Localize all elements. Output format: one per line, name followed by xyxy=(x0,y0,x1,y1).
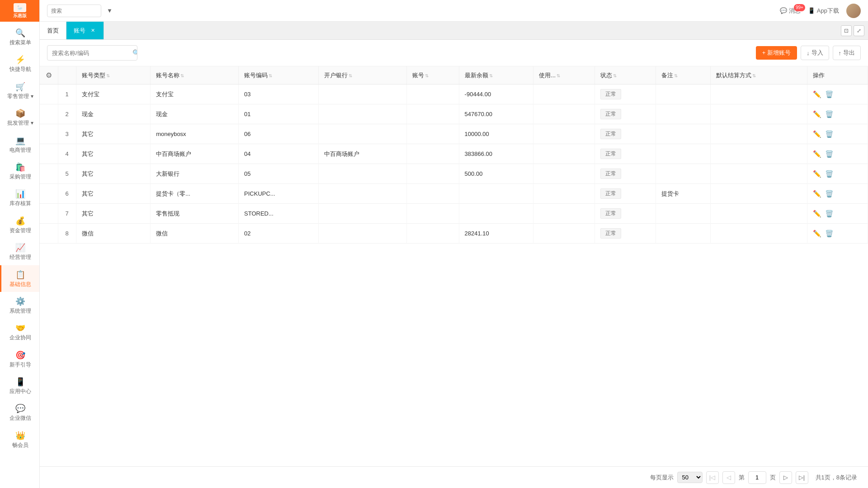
col-account-type-header[interactable]: 账号类型⇅ xyxy=(76,66,151,84)
delete-button-6[interactable]: 🗑️ xyxy=(825,210,834,218)
row-setting-3 xyxy=(40,144,58,164)
col-default-settle-header[interactable]: 默认结算方式⇅ xyxy=(710,66,807,84)
sidebar-item-search-menu[interactable]: 🔍 搜索菜单 xyxy=(0,23,39,50)
col-bank-header[interactable]: 开户银行⇅ xyxy=(319,66,407,84)
row-remark-5: 提货卡 xyxy=(656,184,710,204)
action-icons-0: ✏️ 🗑️ xyxy=(813,90,862,99)
delete-button-7[interactable]: 🗑️ xyxy=(825,230,834,238)
status-badge: 正常 xyxy=(600,169,621,179)
row-account-type-3: 其它 xyxy=(76,144,151,164)
col-account-header[interactable]: 账号⇅ xyxy=(407,66,459,84)
row-default-settle-4 xyxy=(710,164,807,184)
row-remark-6 xyxy=(656,204,710,224)
search-input[interactable] xyxy=(47,47,132,59)
col-usage-header[interactable]: 使用...⇅ xyxy=(533,66,595,84)
row-num-3: 4 xyxy=(58,144,76,164)
export-button[interactable]: ↑ 导出 xyxy=(833,46,861,60)
tab-account[interactable]: 账号 ✕ xyxy=(66,22,104,39)
column-settings-icon[interactable]: ⚙ xyxy=(46,71,52,80)
top-header: ▼ 💬 消息 99+ 📱 App下载 xyxy=(40,0,868,22)
prev-page-button[interactable]: ◁ xyxy=(722,471,735,484)
logo-icon: 🦢 xyxy=(14,3,26,12)
sidebar-item-quick-nav[interactable]: ⚡ 快捷导航 xyxy=(0,50,39,77)
sidebar-item-inventory-mgmt[interactable]: 📊 库存核算 xyxy=(0,184,39,211)
tab-home-label: 首页 xyxy=(47,27,59,35)
sidebar-logo: 🦢 乐惠版 xyxy=(0,0,39,22)
header-search-input[interactable] xyxy=(47,5,101,17)
message-icon: 💬 xyxy=(780,7,787,14)
sidebar-item-retail-mgmt[interactable]: 🛒 零售管理 ▾ xyxy=(0,77,39,104)
page-input[interactable] xyxy=(748,471,766,484)
import-icon: ↓ xyxy=(807,50,810,56)
col-remark-header[interactable]: 备注⇅ xyxy=(656,66,710,84)
first-page-button[interactable]: |◁ xyxy=(706,471,719,484)
page-text: 第 xyxy=(739,474,745,482)
sidebar-item-operation-mgmt[interactable]: 📈 经营管理 xyxy=(0,238,39,265)
edit-button-6[interactable]: ✏️ xyxy=(813,210,821,218)
row-usage-4 xyxy=(533,164,595,184)
corp-agreement-label: 企业协同 xyxy=(9,334,31,341)
delete-button-2[interactable]: 🗑️ xyxy=(825,130,834,138)
header-dropdown[interactable]: ▼ xyxy=(107,7,113,14)
row-action-4: ✏️ 🗑️ xyxy=(807,164,868,184)
sidebar-item-wholesale-mgmt[interactable]: 📦 批发管理 ▾ xyxy=(0,104,39,131)
delete-button-4[interactable]: 🗑️ xyxy=(825,170,834,178)
edit-button-1[interactable]: ✏️ xyxy=(813,110,821,118)
app-label: App下载 xyxy=(817,7,839,15)
per-page-select[interactable]: 50 100 200 xyxy=(677,472,703,483)
edit-button-7[interactable]: ✏️ xyxy=(813,230,821,238)
import-button[interactable]: ↓ 导入 xyxy=(801,46,829,60)
sidebar-item-purchase-mgmt[interactable]: 🛍️ 采购管理 xyxy=(0,158,39,184)
add-account-button[interactable]: + 新增账号 xyxy=(756,46,797,60)
status-badge: 正常 xyxy=(600,89,621,99)
tab-close-icon[interactable]: ✕ xyxy=(89,27,96,34)
row-account-name-0: 支付宝 xyxy=(151,84,239,104)
row-bank-3: 中百商场账户 xyxy=(319,144,407,164)
row-setting-5 xyxy=(40,184,58,204)
row-bank-0 xyxy=(319,84,407,104)
row-bank-2 xyxy=(319,124,407,144)
row-usage-5 xyxy=(533,184,595,204)
sidebar-item-ecommerce-mgmt[interactable]: 💻 电商管理 xyxy=(0,131,39,158)
export-icon: ↑ xyxy=(839,50,842,56)
next-page-button[interactable]: ▷ xyxy=(779,471,792,484)
row-remark-7 xyxy=(656,224,710,244)
delete-button-3[interactable]: 🗑️ xyxy=(825,150,834,158)
sidebar-item-new-guide[interactable]: 🎯 新手引导 xyxy=(0,346,39,372)
sidebar-item-capital-mgmt[interactable]: 💰 资金管理 xyxy=(0,211,39,238)
app-download-button[interactable]: 📱 App下载 xyxy=(808,7,839,15)
sidebar-item-corp-wechat[interactable]: 💬 企业微信 xyxy=(0,399,39,426)
last-page-button[interactable]: ▷| xyxy=(796,471,808,484)
edit-button-5[interactable]: ✏️ xyxy=(813,190,821,198)
edit-button-4[interactable]: ✏️ xyxy=(813,170,821,178)
delete-button-1[interactable]: 🗑️ xyxy=(825,110,834,118)
sidebar-item-sys-mgmt[interactable]: ⚙️ 系统管理 xyxy=(0,292,39,319)
edit-button-2[interactable]: ✏️ xyxy=(813,130,821,138)
delete-button-5[interactable]: 🗑️ xyxy=(825,190,834,198)
user-avatar[interactable] xyxy=(846,4,861,18)
edit-button-0[interactable]: ✏️ xyxy=(813,90,821,99)
sidebar-item-corp-agreement[interactable]: 🤝 企业协同 xyxy=(0,319,39,345)
delete-button-0[interactable]: 🗑️ xyxy=(825,90,834,99)
tab-restore-button[interactable]: ⊡ xyxy=(841,25,852,36)
sidebar-item-app-center[interactable]: 📱 应用中心 xyxy=(0,372,39,399)
accounts-table: ⚙ 账号类型⇅ 账号名称⇅ 账号编码⇅ 开户银行⇅ 账号⇅ 最新余额⇅ 使用..… xyxy=(40,66,868,244)
action-icons-7: ✏️ 🗑️ xyxy=(813,230,862,238)
row-account-code-4: 05 xyxy=(239,164,319,184)
message-button[interactable]: 💬 消息 99+ xyxy=(780,7,801,15)
col-balance-header[interactable]: 最新余额⇅ xyxy=(459,66,533,84)
col-status-header[interactable]: 状态⇅ xyxy=(595,66,656,84)
row-status-7: 正常 xyxy=(595,224,656,244)
col-account-code-header[interactable]: 账号编码⇅ xyxy=(239,66,319,84)
status-badge: 正常 xyxy=(600,188,621,199)
row-action-7: ✏️ 🗑️ xyxy=(807,224,868,244)
sidebar-item-vip-member[interactable]: 👑 畅会员 xyxy=(0,426,39,453)
row-action-6: ✏️ 🗑️ xyxy=(807,204,868,224)
tab-maximize-button[interactable]: ⤢ xyxy=(854,25,864,36)
search-menu-icon: 🔍 xyxy=(15,28,25,38)
col-account-name-header[interactable]: 账号名称⇅ xyxy=(151,66,239,84)
search-button[interactable]: 🔍 xyxy=(132,46,137,60)
tab-home[interactable]: 首页 xyxy=(40,22,66,39)
edit-button-3[interactable]: ✏️ xyxy=(813,150,821,158)
sidebar-item-basic-info[interactable]: 📋 基础信息 xyxy=(0,265,39,292)
